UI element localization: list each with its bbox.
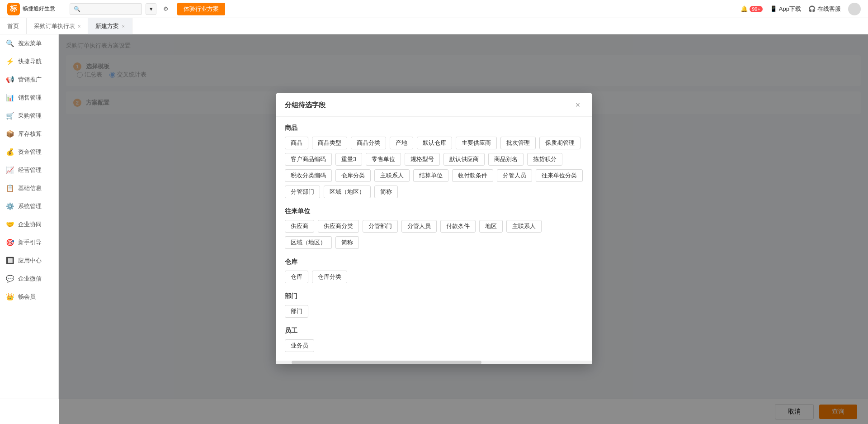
field-tag-pick-points[interactable]: 拣货积分	[527, 153, 562, 166]
main-layout: 🔍 搜索菜单 ⚡ 快捷导航 📢 营销推广 📊 销售管理 🛒 采购管理 📦 库存核…	[0, 34, 868, 424]
field-tag-warehouse-category[interactable]: 仓库分类	[335, 169, 371, 182]
field-tag-partner-category[interactable]: 往来单位分类	[536, 169, 583, 182]
search-icon: 🔍	[74, 6, 80, 12]
field-tag-main-contact[interactable]: 主联系人	[374, 169, 410, 182]
dropdown-btn[interactable]: ▾	[146, 3, 156, 15]
field-tag-partner-dept[interactable]: 分管部门	[363, 220, 398, 233]
sidebar-item-operations[interactable]: 📈 经营管理	[0, 161, 58, 179]
field-tag-spec-model[interactable]: 规格型号	[405, 153, 440, 166]
app-download-item[interactable]: 📱 App下载	[770, 5, 801, 13]
tab-purchase-list[interactable]: 采购订单执行表 ×	[27, 18, 88, 34]
online-service-item[interactable]: 🎧 在线客服	[808, 5, 841, 13]
field-tag-tax-code[interactable]: 税收分类编码	[285, 169, 332, 182]
sidebar-item-wechat[interactable]: 💬 企业微信	[0, 270, 58, 288]
online-service-label: 在线客服	[817, 5, 841, 13]
sidebar-item-sales[interactable]: 📊 销售管理	[0, 89, 58, 107]
field-tag-short-name[interactable]: 简称	[374, 186, 398, 198]
modal-close-button[interactable]: ×	[572, 100, 583, 111]
tab-new-plan[interactable]: 新建方案 ×	[88, 18, 132, 34]
finance-icon: 💰	[5, 148, 14, 157]
top-search-input[interactable]: 🔍	[70, 3, 142, 15]
field-tag-warehouse[interactable]: 仓库	[285, 271, 308, 283]
section-department-title: 部门	[285, 292, 583, 300]
sidebar-item-sales-label: 销售管理	[18, 94, 42, 102]
download-icon: 📱	[770, 5, 777, 12]
field-tag-payment-terms[interactable]: 收付款条件	[452, 169, 493, 182]
field-tag-batch[interactable]: 批次管理	[500, 137, 536, 149]
field-tag-expire[interactable]: 保质期管理	[539, 137, 580, 149]
sidebar-item-basics[interactable]: 📋 基础信息	[0, 179, 58, 197]
modal-body: 商品 商品 商品类型 商品分类 产地 默认仓库 主要供应商 批次管理 保质期管理…	[276, 117, 592, 361]
field-tag-weight3[interactable]: 重量3	[335, 153, 362, 166]
field-tag-goods-category[interactable]: 商品分类	[351, 137, 386, 149]
sidebar-item-finance[interactable]: 💰 资金管理	[0, 143, 58, 161]
collab-icon: 🤝	[5, 220, 14, 229]
section-goods-title: 商品	[285, 124, 583, 132]
field-tag-goods[interactable]: 商品	[285, 137, 308, 149]
sidebar-item-appcenter[interactable]: 🔲 应用中心	[0, 252, 58, 270]
modal-scrollbar-thumb	[292, 361, 481, 364]
field-tag-dept[interactable]: 分管部门	[285, 186, 320, 198]
tab-purchase-label: 采购订单执行表	[34, 22, 75, 30]
search-menu-icon: 🔍	[5, 39, 14, 48]
modal-title: 分组待选字段	[285, 101, 326, 110]
notification-item[interactable]: 🔔 99+	[741, 5, 763, 12]
sidebar-item-search[interactable]: 🔍 搜索菜单	[0, 34, 58, 52]
sidebar-item-quicknav-label: 快捷导航	[18, 57, 42, 66]
field-tag-goods-alias[interactable]: 商品别名	[488, 153, 524, 166]
sidebar-item-quicknav[interactable]: ⚡ 快捷导航	[0, 52, 58, 71]
sidebar-item-search-label: 搜索菜单	[18, 39, 42, 48]
field-tag-origin[interactable]: 产地	[390, 137, 413, 149]
field-tag-partner-region[interactable]: 地区	[479, 220, 503, 233]
newguide-icon: 🎯	[5, 238, 14, 247]
field-tag-partner-short[interactable]: 简称	[335, 236, 359, 249]
modal-horizontal-scrollbar[interactable]	[276, 361, 592, 364]
tab-home[interactable]: 首页	[0, 18, 27, 34]
app-download-label: App下载	[779, 5, 801, 13]
tab-new-plan-close[interactable]: ×	[122, 24, 124, 29]
modal-overlay: 分组待选字段 × 商品 商品 商品类型 商品分类 产地 默认仓库 主要供应商	[59, 34, 868, 424]
top-right-area: 🔔 99+ 📱 App下载 🎧 在线客服	[741, 3, 861, 15]
sidebar-item-collab[interactable]: 🤝 企业协同	[0, 215, 58, 233]
sidebar-item-inventory[interactable]: 📦 库存核算	[0, 125, 58, 143]
sidebar-item-member[interactable]: 👑 畅会员	[0, 288, 58, 306]
sidebar-item-system[interactable]: ⚙️ 系统管理	[0, 197, 58, 215]
wechat-icon: 💬	[5, 274, 14, 283]
field-tag-partner-area[interactable]: 区域（地区）	[285, 236, 332, 249]
section-partner-tags: 供应商 供应商分类 分管部门 分管人员 付款条件 地区 主联系人 区域（地区） …	[285, 220, 583, 249]
experience-button[interactable]: 体验行业方案	[177, 3, 225, 15]
sidebar-item-marketing[interactable]: 📢 营销推广	[0, 71, 58, 89]
logo-icon: 标	[7, 3, 20, 15]
sidebar-item-wechat-label: 企业微信	[18, 275, 42, 283]
sidebar-item-system-label: 系统管理	[18, 202, 42, 210]
gear-icon[interactable]: ⚙	[160, 3, 172, 15]
tab-purchase-close[interactable]: ×	[78, 24, 80, 29]
section-partner: 往来单位 供应商 供应商分类 分管部门 分管人员 付款条件 地区 主联系人 区域…	[285, 207, 583, 249]
appcenter-icon: 🔲	[5, 256, 14, 265]
field-tag-partner-contact[interactable]: 主联系人	[506, 220, 542, 233]
field-tag-partner-supervisor[interactable]: 分管人员	[401, 220, 437, 233]
field-tag-retail-unit[interactable]: 零售单位	[366, 153, 401, 166]
sidebar-item-inventory-label: 库存核算	[18, 130, 42, 138]
field-tag-supplier-category[interactable]: 供应商分类	[318, 220, 359, 233]
field-tag-goods-type[interactable]: 商品类型	[312, 137, 347, 149]
field-tag-warehouse-cat[interactable]: 仓库分类	[312, 271, 347, 283]
field-tag-supervisor[interactable]: 分管人员	[497, 169, 532, 182]
field-tag-partner-payment[interactable]: 付款条件	[440, 220, 476, 233]
section-partner-title: 往来单位	[285, 207, 583, 215]
field-tag-default-warehouse[interactable]: 默认仓库	[417, 137, 452, 149]
field-tag-supplier[interactable]: 供应商	[285, 220, 314, 233]
section-warehouse: 仓库 仓库 仓库分类	[285, 258, 583, 283]
field-tag-department[interactable]: 部门	[285, 305, 308, 318]
field-tag-customer-code[interactable]: 客户商品编码	[285, 153, 332, 166]
field-tag-region[interactable]: 区域（地区）	[324, 186, 371, 198]
field-tag-salesperson[interactable]: 业务员	[285, 339, 314, 352]
inventory-icon: 📦	[5, 129, 14, 138]
field-tag-default-supplier[interactable]: 默认供应商	[443, 153, 485, 166]
logo-area: 标 畅捷通好生意	[7, 3, 66, 15]
field-tag-settlement-unit[interactable]: 结算单位	[413, 169, 448, 182]
sidebar-item-purchase[interactable]: 🛒 采购管理	[0, 107, 58, 125]
user-avatar[interactable]	[848, 3, 861, 15]
sidebar-item-newguide[interactable]: 🎯 新手引导	[0, 233, 58, 252]
field-tag-main-supplier[interactable]: 主要供应商	[456, 137, 497, 149]
